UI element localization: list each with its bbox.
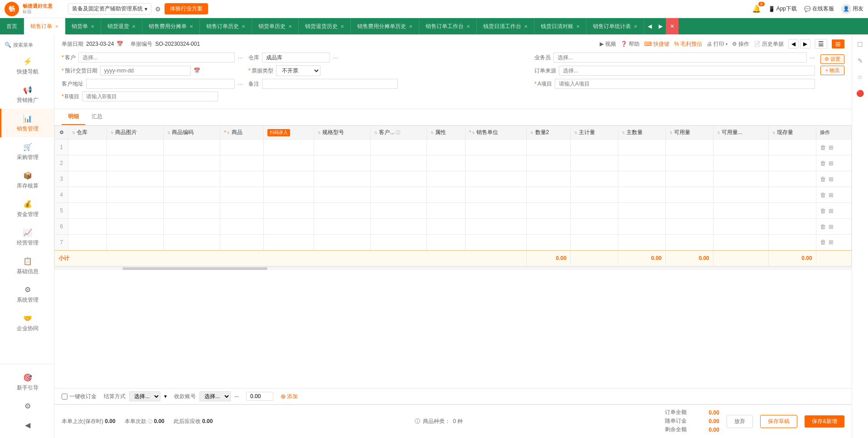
table-wrapper[interactable]: ⚙ ⇅ 仓库 ⇅ 商品图片 ⇅ 商品编码 ⇅ 商品 扫码录入 ⇅ 规格型号 ⇅ … [54, 125, 852, 388]
tab-close-sales-goods[interactable]: ✕ [91, 24, 94, 29]
search-input[interactable] [13, 42, 45, 48]
scan-btn[interactable]: 扫码录入 [267, 129, 290, 136]
tab-return-history[interactable]: 销货退货历史 ✕ [299, 18, 351, 34]
row1-avail[interactable] [665, 140, 713, 155]
tab-sales-order-history[interactable]: 销售订单历史 ✕ [200, 18, 252, 34]
sidebar-item-settings[interactable]: ⚙ [0, 396, 54, 415]
sidebar-item-system[interactable]: ⚙ 系统管理 [0, 280, 54, 308]
payment-account-select[interactable]: 选择... [199, 391, 231, 401]
sidebar-item-marketing[interactable]: 📢 营销推广 [0, 80, 54, 109]
th-main-qty[interactable]: ⇅ 主数量 [618, 126, 665, 140]
th-customer-info[interactable]: ⇅ 客户... ⓘ [371, 126, 427, 140]
tab-order-workbench[interactable]: 销售订单工作台 ✕ [419, 18, 477, 34]
row1-qty2[interactable] [527, 140, 570, 155]
settings-form-btn[interactable]: ⚙ 设置 [820, 54, 844, 64]
row1-scan[interactable] [263, 140, 314, 155]
warehouse-input[interactable] [262, 53, 330, 63]
tab-cost-history[interactable]: 销售费用分摊单历史 ✕ [351, 18, 419, 34]
th-attribute[interactable]: ⇅ 属性 [427, 126, 465, 140]
row1-main-unit[interactable] [570, 140, 618, 155]
toolbar-help[interactable]: ❓ 帮助 [621, 40, 640, 48]
row1-main-qty[interactable] [618, 140, 665, 155]
tab-daily-workbench[interactable]: 钱货日清工作台 ✕ [477, 18, 534, 34]
row1-image[interactable] [107, 140, 164, 155]
payment-method-select[interactable]: 选择... [129, 391, 160, 401]
row1-customer[interactable] [371, 140, 427, 155]
th-spec[interactable]: ⇅ 规格型号 [314, 126, 371, 140]
one-click-checkbox[interactable] [62, 394, 68, 399]
th-qty2[interactable]: ⇅ 数量2 [527, 126, 570, 140]
online-service[interactable]: 💬 在线客服 [804, 5, 834, 13]
th-settings[interactable]: ⚙ [55, 126, 68, 140]
staff-input[interactable] [553, 53, 807, 63]
a-project-input[interactable] [555, 79, 815, 89]
note-input[interactable] [262, 79, 398, 89]
row3-copy-icon[interactable]: ⊞ [829, 176, 834, 183]
th-available-more[interactable]: ⇅ 可用量... [713, 126, 768, 140]
delivery-date-input[interactable] [100, 66, 191, 76]
horizontal-scrollbar[interactable] [54, 266, 852, 270]
rp-icon-4[interactable]: 🔴 [854, 87, 867, 100]
sidebar-search[interactable]: 🔍 [0, 38, 54, 52]
row6-copy-icon[interactable]: ⊞ [829, 223, 834, 230]
sidebar-item-basic-info[interactable]: 📋 基础信息 [0, 251, 54, 280]
toolbar-operations[interactable]: ⚙ 操作 [732, 40, 749, 48]
row1-unit[interactable] [465, 140, 527, 155]
rp-icon-2[interactable]: ✎ [854, 54, 867, 67]
row4-delete-icon[interactable]: 🗑 [820, 192, 826, 198]
tab-nav-prev[interactable]: ◀ [644, 18, 655, 34]
sidebar-item-business[interactable]: 📈 经营管理 [0, 223, 54, 251]
sidebar-item-enterprise[interactable]: 🤝 企业协同 [0, 308, 54, 337]
tab-summary[interactable]: 汇总 [85, 109, 109, 125]
tab-home[interactable]: 首页 [0, 18, 24, 34]
tab-sales-stat[interactable]: 销售订单统计表 ✕ [587, 18, 644, 34]
system-select[interactable]: 装备及固定资产辅助管理系统 ▾ [68, 3, 151, 14]
row1-avail2[interactable] [713, 140, 768, 155]
row6-delete-icon[interactable]: 🗑 [820, 223, 826, 230]
customer-addr-input[interactable] [86, 79, 235, 89]
tab-detail[interactable]: 明细 [62, 109, 85, 125]
tab-close-sales-order[interactable]: ✕ [55, 24, 58, 29]
tab-sales-order[interactable]: 销售订单 ✕ [24, 18, 65, 34]
tab-nav-next[interactable]: ▶ [655, 18, 666, 34]
tab-sales-return[interactable]: 销货退货 ✕ [101, 18, 142, 34]
message-icon[interactable]: 🔔 9 [752, 5, 761, 13]
payment-amount-input[interactable] [246, 392, 273, 401]
th-scan[interactable]: 扫码录入 [263, 126, 314, 140]
tab-close-all[interactable]: ✕ [666, 18, 679, 34]
addr-more-icon[interactable]: ··· [238, 80, 243, 87]
industry-btn[interactable]: 体验行业方案 [165, 3, 208, 14]
customer-more-icon[interactable]: ··· [238, 54, 243, 61]
tab-close-sales-cost[interactable]: ✕ [189, 24, 193, 29]
b-project-input[interactable] [82, 91, 218, 101]
row1-attr[interactable] [427, 140, 465, 155]
row1-copy-icon[interactable]: ⊞ [829, 144, 834, 151]
order-source-input[interactable] [559, 66, 815, 76]
row1-warehouse[interactable] [68, 140, 107, 155]
toolbar-history[interactable]: 📄 历史单据 [754, 40, 784, 48]
tab-daily-reconcile[interactable]: 钱货日清对账 ✕ [534, 18, 587, 34]
user-avatar[interactable]: 👤 用友 [841, 4, 863, 14]
calendar-icon[interactable]: 📅 [116, 41, 123, 47]
th-available[interactable]: ⇅ 可用量 [665, 126, 713, 140]
toolbar-print[interactable]: 🖨 打印 ▾ [707, 40, 727, 48]
th-product-image[interactable]: ⇅ 商品图片 [107, 126, 164, 140]
th-warehouse[interactable]: ⇅ 仓库 [68, 126, 107, 140]
th-product[interactable]: ⇅ 商品 [220, 126, 264, 140]
row1-stock[interactable] [768, 140, 816, 155]
next-record[interactable]: ▶ [800, 39, 810, 48]
sidebar-item-newbie[interactable]: 🎯 新手引导 [0, 368, 54, 396]
th-sales-unit[interactable]: ⇅ 销售单位 [465, 126, 527, 140]
discard-btn[interactable]: 放弃 [727, 415, 753, 428]
row1-spec[interactable] [314, 140, 371, 155]
th-current-stock[interactable]: ⇅ 现存量 [768, 126, 816, 140]
scrollbar-thumb[interactable] [122, 267, 267, 270]
sidebar-item-quick-nav[interactable]: ⚡ 快捷导航 [0, 52, 54, 80]
th-main-unit[interactable]: ⇅ 主计量 [570, 126, 618, 140]
delivery-calendar-icon[interactable]: 📅 [194, 67, 200, 74]
save-draft-btn[interactable]: 保存草稿 [760, 415, 797, 428]
sidebar-item-sales[interactable]: 📊 销售管理 [0, 109, 54, 137]
add-payment-btn[interactable]: ⊕ 添加 [281, 393, 298, 400]
tab-goods-history[interactable]: 销货单历史 ✕ [252, 18, 299, 34]
customer-input[interactable] [78, 53, 235, 63]
